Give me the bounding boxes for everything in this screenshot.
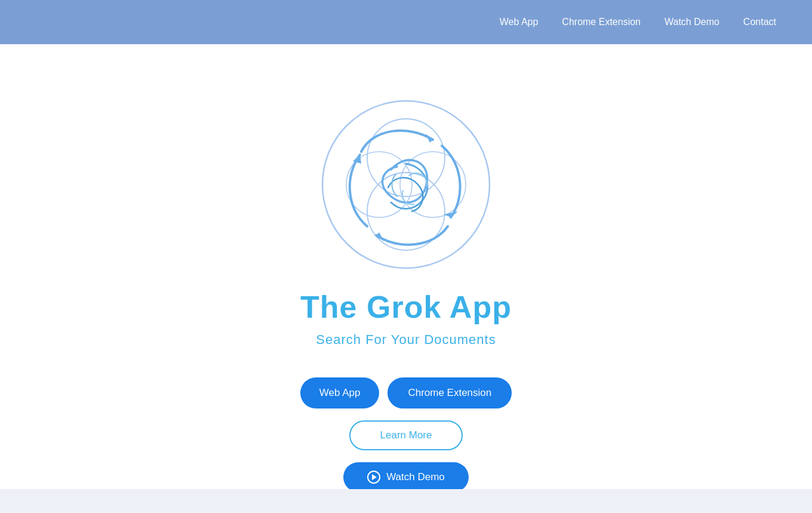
learn-more-button[interactable]: Learn More [349, 420, 463, 450]
app-title: The Grok App [300, 289, 512, 325]
app-subtitle: Search For Your Documents [316, 332, 496, 348]
main-content: The Grok App Search For Your Documents W… [0, 44, 812, 513]
web-app-button[interactable]: Web App [300, 377, 380, 408]
nav-contact[interactable]: Contact [743, 17, 776, 27]
nav-web-app[interactable]: Web App [500, 17, 539, 27]
footer-strip [0, 489, 812, 513]
app-logo [313, 92, 499, 277]
chrome-extension-button[interactable]: Chrome Extension [387, 377, 512, 408]
watch-demo-button[interactable]: Watch Demo [343, 462, 469, 492]
watch-demo-label: Watch Demo [386, 471, 445, 483]
nav-chrome-extension[interactable]: Chrome Extension [562, 17, 641, 27]
primary-buttons: Web App Chrome Extension [300, 377, 512, 408]
nav-watch-demo[interactable]: Watch Demo [665, 17, 719, 27]
navigation: Web App Chrome Extension Watch Demo Cont… [0, 0, 812, 44]
svg-point-0 [322, 101, 490, 268]
play-icon [367, 471, 380, 484]
